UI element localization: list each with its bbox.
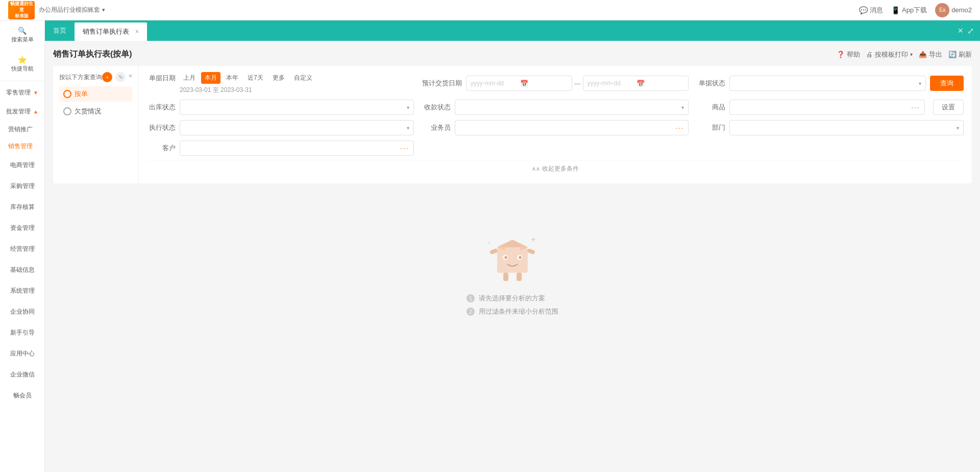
collapse-scheme-button[interactable]: « [129, 72, 132, 82]
order-status-select[interactable]: ▾ [729, 76, 926, 91]
message-icon: 💬 [859, 6, 868, 14]
content-area: 首页 销售订单执行表 × × ⤢ 销售订单执行表(按单) ❓ 帮助 [45, 20, 980, 472]
scheme-item-by-order[interactable]: 按单 [59, 86, 132, 102]
tabbar-actions: × ⤢ [958, 26, 980, 36]
department-select[interactable]: ▾ [729, 120, 964, 135]
dots-icon: ··· [400, 144, 409, 152]
page-content: 销售订单执行表(按单) ❓ 帮助 🖨 按模板打印 ▾ 📤 导出 [45, 41, 980, 472]
date-label: 单据日期 [147, 74, 176, 83]
sidebar-item-wechat[interactable]: 企业微信 [0, 364, 44, 385]
filter-salesperson-field: 业务员 ··· [422, 120, 689, 135]
department-label: 部门 [697, 123, 725, 132]
execution-label: 执行状态 [147, 123, 176, 132]
sidebar: 🔍 搜索菜单 ⭐ 快捷导航 零售管理 ▼ 批发管理 ▲ 营销推广 销售管理 电商… [0, 20, 45, 472]
collapse-bar[interactable]: ∧∧ 收起更多条件 [147, 160, 964, 177]
tab-home[interactable]: 首页 [45, 20, 75, 41]
settings-button[interactable]: 设置 [933, 100, 964, 115]
edit-scheme-button[interactable]: ✎ [115, 72, 126, 82]
add-scheme-button[interactable]: + [102, 72, 112, 82]
sidebar-item-basic-info[interactable]: 基础信息 [0, 259, 44, 280]
message-button[interactable]: 💬 消息 [859, 6, 883, 15]
shipment-label: 出库状态 [147, 103, 176, 112]
star-icon: ⭐ [18, 56, 27, 64]
logo: 畅捷通好生意 标准版 [8, 1, 35, 19]
execution-status-select[interactable]: ▾ [180, 120, 414, 135]
svg-rect-0 [497, 247, 528, 273]
date-btn-more[interactable]: 更多 [269, 72, 288, 84]
sidebar-item-purchase[interactable]: 采购管理 [0, 176, 44, 197]
filter-execution-field: 执行状态 ▾ [147, 120, 414, 135]
scheme-header: 按以下方案查询 + ✎ « [59, 72, 132, 82]
salesperson-label: 业务员 [422, 123, 451, 132]
tab-sales-order[interactable]: 销售订单执行表 × [75, 22, 147, 41]
sidebar-item-member[interactable]: 畅会员 [0, 385, 44, 406]
collapse-up-icon: ∧∧ [532, 166, 540, 172]
sidebar-item-retail[interactable]: 零售管理 ▼ [0, 83, 44, 102]
sidebar-item-app-center[interactable]: 应用中心 [0, 343, 44, 364]
sidebar-item-inventory[interactable]: 库存核算 [0, 197, 44, 218]
tab-close-icon[interactable]: × [135, 28, 139, 35]
topbar-right: 💬 消息 📱 App下载 Ea demo2 [859, 3, 972, 17]
chevron-down-icon: ▼ [33, 90, 38, 96]
breadcrumb[interactable]: 办公用品行业模拟账套 ▾ [39, 6, 105, 14]
avatar: Ea [935, 3, 949, 17]
salesperson-input[interactable]: ··· [455, 120, 689, 135]
page-title: 销售订单执行表(按单) [53, 49, 132, 60]
sidebar-item-search[interactable]: 🔍 搜索菜单 [0, 20, 44, 50]
print-icon: 🖨 [866, 51, 873, 58]
scheme-item-icon-debt [63, 107, 71, 115]
topbar: 畅捷通好生意 标准版 办公用品行业模拟账套 ▾ 💬 消息 📱 App下载 Ea … [0, 0, 980, 20]
sidebar-item-marketing[interactable]: 营销推广 [0, 121, 44, 138]
print-arrow-icon: ▾ [910, 52, 913, 57]
receipt-status-select[interactable]: ▾ [455, 100, 689, 115]
sidebar-item-sales[interactable]: 销售管理 [0, 138, 44, 155]
page-actions: ❓ 帮助 🖨 按模板打印 ▾ 📤 导出 🔄 刷新 [837, 50, 972, 59]
shipment-status-select[interactable]: ▾ [180, 100, 414, 115]
expected-date-end-input[interactable]: yyyy-mm-dd 📅 [583, 76, 689, 91]
date-btn-7days[interactable]: 近7天 [244, 72, 267, 84]
svg-rect-8 [503, 273, 508, 281]
filter-shipment-field: 出库状态 ▾ [147, 100, 414, 115]
date-btn-this-month[interactable]: 本月 [201, 72, 220, 84]
sidebar-item-wholesale[interactable]: 批发管理 ▲ [0, 102, 44, 121]
sidebar-item-newbie[interactable]: 新手引导 [0, 322, 44, 343]
tab-minimize-icon[interactable]: × [958, 26, 963, 36]
search-icon: 🔍 [18, 27, 27, 35]
calendar-end-icon: 📅 [636, 80, 684, 87]
date-btn-this-year[interactable]: 本年 [223, 72, 242, 84]
app-download-button[interactable]: 📱 App下载 [891, 6, 927, 15]
receipt-label: 收款状态 [422, 103, 451, 112]
sidebar-item-quicknav[interactable]: ⭐ 快捷导航 [0, 50, 44, 79]
user-menu[interactable]: Ea demo2 [935, 3, 972, 17]
date-btn-custom[interactable]: 自定义 [290, 72, 316, 84]
filter-row-4: 客户 ··· [147, 140, 964, 156]
export-icon: 📤 [919, 51, 927, 58]
filter-row-3: 执行状态 ▾ 业务员 ··· [147, 120, 964, 135]
svg-point-6 [505, 256, 507, 259]
date-btn-last-month[interactable]: 上月 [180, 72, 199, 84]
scheme-item-debt[interactable]: 欠货情况 [59, 104, 132, 119]
empty-step-1: 1 请先选择要分析的方案 [467, 294, 558, 303]
query-button[interactable]: 查询 [930, 76, 964, 91]
tab-maximize-icon[interactable]: ⤢ [967, 26, 974, 36]
product-input[interactable]: ··· [729, 100, 925, 115]
sidebar-item-system[interactable]: 系统管理 [0, 280, 44, 301]
help-button[interactable]: ❓ 帮助 [837, 50, 860, 59]
help-icon: ❓ [837, 51, 845, 58]
date-range-text: 2023-03-01 至 2023-03-31 [180, 86, 252, 95]
product-label: 商品 [697, 103, 725, 112]
sidebar-item-business[interactable]: 经营管理 [0, 239, 44, 259]
sidebar-item-finance[interactable]: 资金管理 [0, 218, 44, 239]
filter-row-1: 单据日期 上月 本月 本年 近7天 更多 自定义 [147, 72, 964, 95]
customer-input[interactable]: ··· [180, 140, 414, 156]
svg-rect-10 [489, 248, 498, 255]
filter-date-field: 单据日期 上月 本月 本年 近7天 更多 自定义 [147, 72, 414, 95]
sidebar-item-ecommerce[interactable]: 电商管理 [0, 155, 44, 176]
sidebar-item-enterprise[interactable]: 企业协同 [0, 301, 44, 322]
print-button[interactable]: 🖨 按模板打印 ▾ [866, 50, 913, 59]
svg-point-7 [519, 256, 522, 259]
scheme-icons: + ✎ « [102, 72, 132, 82]
expected-date-start-input[interactable]: yyyy-mm-dd 📅 [466, 76, 572, 91]
refresh-button[interactable]: 🔄 刷新 [948, 50, 972, 59]
export-button[interactable]: 📤 导出 [919, 50, 942, 59]
